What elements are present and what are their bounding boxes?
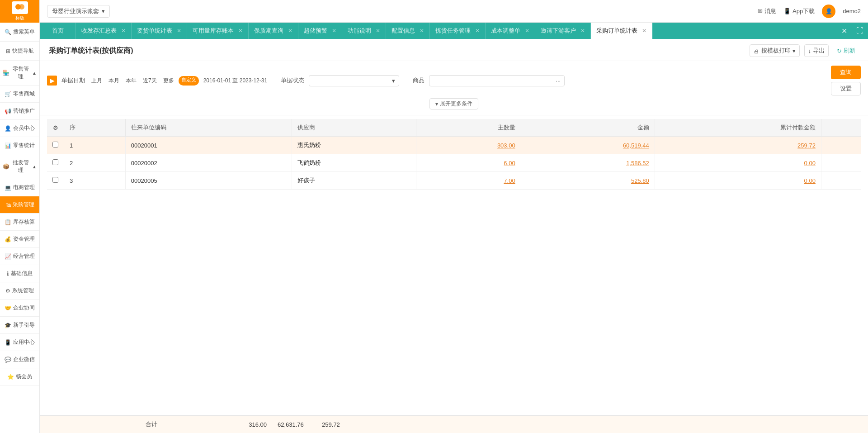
sidebar-item-ecommerce[interactable]: 💻 电商管理 [0, 179, 39, 196]
shortcut-more[interactable]: 更多 [161, 76, 176, 86]
tab-overstock[interactable]: 超储预警 ✕ [298, 23, 342, 39]
tab-receive-label: 收发存汇总表 [81, 27, 117, 35]
tab-purchase-stat-close[interactable]: ✕ [642, 28, 646, 34]
sidebar-item-purchase[interactable]: 🛍 采购管理 [0, 196, 39, 214]
tab-invite[interactable]: 邀请下游客户 ✕ [535, 23, 591, 39]
finance-icon: 💰 [5, 236, 11, 243]
tab-warranty-close[interactable]: ✕ [288, 28, 292, 34]
export-button[interactable]: ↓ 导出 [804, 44, 829, 57]
sidebar-item-member2[interactable]: ⭐ 畅会员 [0, 368, 39, 385]
status-select-arrow: ▾ [392, 77, 395, 84]
status-select[interactable]: ▾ [309, 75, 399, 86]
sidebar-item-retail-mall[interactable]: 🛒 零售商城 [0, 86, 39, 103]
tab-inventory-close[interactable]: ✕ [238, 28, 243, 34]
goods-filter-label: 商品 [413, 76, 425, 85]
tab-cost-label: 成本调整单 [491, 27, 520, 35]
tab-inventory-label: 可用量库存账本 [193, 27, 234, 35]
cell-index: 2 [64, 154, 126, 172]
cell-checkbox[interactable] [47, 154, 64, 172]
shortcut-7days[interactable]: 近7天 [141, 76, 159, 86]
expand-more-button[interactable]: ▾ 展开更多条件 [429, 98, 478, 109]
print-button[interactable]: 🖨 按模板打印 ▾ [750, 44, 800, 57]
tab-task-close[interactable]: ✕ [475, 28, 480, 34]
tab-home[interactable]: 首页 [40, 23, 76, 39]
tab-receive[interactable]: 收发存汇总表 ✕ [76, 23, 132, 39]
topbar: 母婴行业演示账套 ▾ ✉ 消息 📱 App下载 👤 demo2 [40, 0, 868, 23]
tab-function[interactable]: 功能说明 ✕ [342, 23, 386, 39]
system-icon: ⚙ [5, 288, 10, 294]
refresh-button[interactable]: ↻ 刷新 [833, 45, 859, 57]
tab-invite-close[interactable]: ✕ [580, 28, 585, 34]
user-avatar[interactable]: 👤 [822, 5, 835, 18]
sidebar-item-marketing[interactable]: 📢 营销推广 [0, 103, 39, 120]
tab-requisition-label: 要货单统计表 [137, 27, 172, 35]
account-dropdown[interactable]: 母婴行业演示账套 ▾ [47, 5, 110, 18]
refresh-icon: ↻ [837, 48, 842, 54]
sidebar-item-system[interactable]: ⚙ 系统管理 [0, 282, 39, 300]
sidebar-item-inventory[interactable]: 📋 库存核算 [0, 214, 39, 231]
tab-close-all-button[interactable]: ✕ [837, 23, 852, 39]
footer-amount: 62,631.76 [272, 421, 309, 428]
tab-requisition-close[interactable]: ✕ [177, 28, 181, 34]
custom-badge[interactable]: 自定义 [179, 76, 199, 86]
page-header: 采购订单统计表(按供应商) 🖨 按模板打印 ▾ ↓ 导出 ↻ 刷新 [40, 39, 868, 61]
shortcut-this-year[interactable]: 本年 [124, 76, 138, 86]
th-settings[interactable]: ⚙ [47, 119, 64, 137]
table-footer: 合计 316.00 62,631.76 259.72 [40, 415, 868, 433]
enterprise-icon: 🤝 [5, 305, 11, 311]
tab-config-close[interactable]: ✕ [420, 28, 424, 34]
tab-cost-close[interactable]: ✕ [525, 28, 529, 34]
sidebar: 标版 🔍 搜索英单 ⊞ 快捷导航 🏪 零售管理 ▲ 🛒 零售商城 📢 营销推广 … [0, 0, 40, 433]
sidebar-item-basic[interactable]: ℹ 基础信息 [0, 265, 39, 282]
cell-checkbox[interactable] [47, 137, 64, 154]
sidebar-item-app-center[interactable]: 📱 应用中心 [0, 334, 39, 351]
message-icon: ✉ [758, 8, 763, 14]
search-icon: 🔍 [5, 29, 11, 35]
member2-icon: ⭐ [7, 374, 14, 380]
table-row: 2 00020002 飞鹤奶粉 6.00 1,586.52 0.00 [47, 154, 861, 172]
query-button[interactable]: 查询 [831, 66, 861, 79]
message-button[interactable]: ✉ 消息 [758, 7, 776, 15]
sidebar-item-member[interactable]: 👤 会员中心 [0, 120, 39, 137]
sidebar-item-operations[interactable]: 📈 经营管理 [0, 248, 39, 265]
tab-task-label: 拣货任务管理 [435, 27, 471, 35]
tab-cost[interactable]: 成本调整单 ✕ [486, 23, 535, 39]
data-table: ⚙ 序 往来单位编码 供应商 主数量 金额 累计付款金额 1 00020001 [47, 119, 861, 190]
tab-receive-close[interactable]: ✕ [121, 28, 126, 34]
tab-purchase-stat[interactable]: 采购订单统计表 ✕ [591, 23, 652, 39]
sidebar-item-retail[interactable]: 🏪 零售管理 ▲ [0, 61, 39, 86]
app-center-icon: 📱 [5, 339, 11, 346]
sidebar-item-retail-stat[interactable]: 📊 零售统计 [0, 137, 39, 154]
sidebar-item-enterprise[interactable]: 🤝 企业协同 [0, 300, 39, 317]
cell-amount: 60,519.44 [521, 137, 655, 154]
tab-warranty[interactable]: 保质期查询 ✕ [249, 23, 298, 39]
goods-input[interactable]: ··· [429, 75, 565, 86]
tab-task[interactable]: 拣货任务管理 ✕ [430, 23, 486, 39]
app-logo[interactable]: 标版 [0, 0, 39, 23]
th-index: 序 [64, 119, 126, 137]
tab-purchase-stat-label: 采购订单统计表 [596, 27, 637, 35]
account-label: 母婴行业演示账套 [52, 7, 99, 15]
shortcut-last-month[interactable]: 上月 [90, 76, 104, 86]
tab-overstock-close[interactable]: ✕ [332, 28, 336, 34]
tab-config[interactable]: 配置信息 ✕ [386, 23, 430, 39]
shortcut-this-month[interactable]: 本月 [107, 76, 121, 86]
tab-expand-button[interactable]: ⛶ [852, 23, 868, 39]
footer-quantity: 316.00 [236, 421, 272, 428]
date-filter-label: 单据日期 [61, 76, 85, 85]
settings-button[interactable]: 设置 [831, 82, 861, 95]
sidebar-item-finance[interactable]: 💰 资金管理 [0, 231, 39, 248]
tab-requisition[interactable]: 要货单统计表 ✕ [132, 23, 187, 39]
app-download-button[interactable]: 📱 App下载 [783, 7, 815, 15]
sidebar-item-newbie[interactable]: 🎓 新手引导 [0, 317, 39, 334]
cell-checkbox[interactable] [47, 172, 64, 190]
filter-toggle-button[interactable]: ▶ [47, 76, 57, 86]
quick-nav-button[interactable]: ⊞ 快捷导航 [3, 45, 37, 57]
tab-inventory[interactable]: 可用量库存账本 ✕ [187, 23, 249, 39]
tab-function-close[interactable]: ✕ [376, 28, 380, 34]
sidebar-item-wholesale[interactable]: 📦 批发管理 ▲ [0, 154, 39, 179]
search-menu-button[interactable]: 🔍 搜索英单 [3, 26, 37, 38]
dropdown-arrow-icon: ▾ [102, 8, 105, 14]
sidebar-item-enterprise-wechat[interactable]: 💬 企业微信 [0, 351, 39, 368]
operations-icon: 📈 [5, 253, 11, 260]
